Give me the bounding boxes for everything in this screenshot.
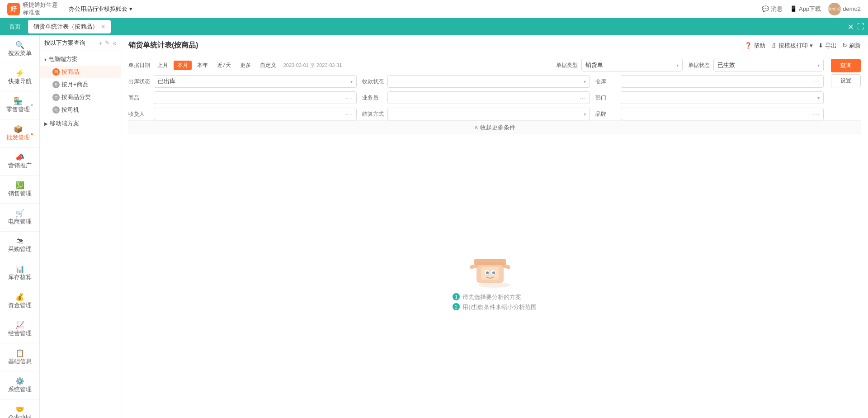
tab-home[interactable]: 首页 [4,20,26,33]
sidebar-item-inventory[interactable]: 📊 库存核算 [0,259,39,287]
tree-group-desktop-header[interactable]: ▾ 电脑端方案 [40,53,121,66]
tree-item-by-product-category[interactable]: 类 按商品分类 [40,91,121,104]
sidebar-item-wholesale[interactable]: 📦 批发管理 ▴ [0,119,39,147]
sidebar-item-quick-nav[interactable]: ⚡ 快捷导航 [0,63,39,91]
close-window-icon[interactable]: ✕ [848,23,854,31]
doc-type-select[interactable]: 销货单 ▾ [581,59,683,71]
filter-row-1: 单据日期 上月 本月 本年 近7天 更多 自定义 2023-03-01 至 20… [128,59,824,71]
maximize-window-icon[interactable]: ⛶ [857,23,864,31]
user-avatar[interactable]: demo2 demo2 [828,3,861,15]
filter-item-brand: 品牌 ··· [595,108,824,120]
sidebar-item-purchase[interactable]: 🛍 采购管理 [0,232,39,259]
brand-select[interactable]: ··· [621,108,824,120]
tree-item-by-cashier[interactable]: 司 按司机 [40,104,121,116]
filter-row-4: 收货人 ··· 结算方式 ▾ [128,108,824,120]
main-content: 销货单统计表(按商品) ❓ 帮助 🖨 按模板打印 ▾ ⬇ 导出 [121,35,868,418]
refresh-btn[interactable]: ↻ 刷新 [842,42,861,50]
print-btn[interactable]: 🖨 按模板打印 ▾ [771,42,813,50]
settings-button[interactable]: 设置 [831,74,861,87]
tree-item-by-month-product[interactable]: 月 按月+商品 [40,78,121,91]
logo-area: 好 畅捷通好生意 标准版 [7,1,58,17]
tree-item-by-product[interactable]: 商 按商品 [40,66,121,78]
sidebar-item-corp-coop[interactable]: 🤝 企业协同 [0,399,39,418]
tree-group-mobile-header[interactable]: ▶ 移动端方案 [40,117,121,130]
finance-icon: 💰 [0,293,39,301]
sidebar-item-system[interactable]: ⚙️ 系统管理 [0,371,39,399]
dept-dropdown-icon: ▾ [817,95,820,100]
print-dropdown-icon[interactable]: ▾ [810,42,813,49]
tab-report[interactable]: 销货单统计表（按商品） ✕ [28,20,111,33]
scheme-panel-header: 按以下方案查询 + ✎ « [40,35,121,51]
tree-group-desktop: ▾ 电脑端方案 商 按商品 月 按月+商品 类 按商品分类 [40,53,121,116]
search-icon: 🔍 [0,41,39,49]
export-btn[interactable]: ⬇ 导出 [818,42,837,50]
empty-state: 1 请先选择要分析的方案 2 用[过滤]条件来缩小分析范围 [121,139,868,418]
tab-close-icon[interactable]: ✕ [101,24,105,30]
collapse-btn[interactable]: ∧ 收起更多条件 [474,124,516,132]
sidebar-item-marketing[interactable]: 📣 营销推广 [0,147,39,176]
product-select[interactable]: ··· [154,91,357,104]
query-button[interactable]: 查询 [831,59,861,72]
logo-text: 畅捷通好生意 标准版 [23,1,58,17]
message-btn[interactable]: 💬 消息 [762,5,783,13]
sidebar-item-ecommerce[interactable]: 🛒 电商管理 [0,204,39,232]
tree-group-arrow-collapsed-icon: ▶ [44,121,48,126]
sidebar-item-retail[interactable]: 🏪 零售管理 ▾ [0,91,39,119]
payment-dropdown-icon: ▾ [584,112,586,117]
ecommerce-icon: 🛒 [0,209,39,218]
dept-select[interactable]: ▾ [621,91,824,104]
top-bar-right: 💬 消息 📱 App下载 demo2 demo2 [762,3,861,15]
filter-area: 单据日期 上月 本月 本年 近7天 更多 自定义 2023-03-01 至 20… [121,54,868,139]
sidebar-item-sales[interactable]: 💹 销售管理 [0,176,39,204]
date-pill-more[interactable]: 更多 [236,61,255,70]
page-title: 销货单统计表(按商品) [128,41,198,50]
sidebar-item-basic[interactable]: 📋 基础信息 [0,343,39,371]
help-icon: ❓ [745,42,752,49]
filter-item-date: 单据日期 上月 本月 本年 近7天 更多 自定义 2023-03-01 至 20… [128,61,551,70]
page-actions: ❓ 帮助 🖨 按模板打印 ▾ ⬇ 导出 ↻ 刷新 [745,42,861,50]
consignee-select[interactable]: ··· [154,108,357,120]
collapse-scheme-icon[interactable]: « [113,39,116,47]
filter-row-3: 商品 ··· 业务员 ··· [128,91,824,104]
workspace-selector[interactable]: 办公用品行业模拟账套 ▾ [69,5,132,13]
edit-scheme-icon[interactable]: ✎ [105,39,110,47]
tab-bar: 首页 销货单统计表（按商品） ✕ ✕ ⛶ [0,18,868,35]
help-btn[interactable]: ❓ 帮助 [745,42,765,50]
collapse-row: ∧ 收起更多条件 [128,120,861,134]
add-scheme-icon[interactable]: + [99,39,102,47]
doc-status-select[interactable]: 已生效 ▾ [713,59,824,71]
sidebar-item-search-menu[interactable]: 🔍 搜索菜单 [0,35,39,63]
filter-item-salesperson: 业务员 ··· [362,91,590,104]
sidebar-item-operations[interactable]: 📈 经营管理 [0,315,39,343]
date-pill-custom[interactable]: 自定义 [256,61,280,70]
warehouse-select[interactable]: ··· [621,75,824,88]
filter-item-payment: 结算方式 ▾ [362,108,590,120]
message-icon: 💬 [762,5,769,12]
marketing-icon: 📣 [0,153,39,162]
empty-text: 1 请先选择要分析的方案 2 用[过滤]条件来缩小分析范围 [453,293,536,313]
collect-status-select[interactable]: ▾ [387,75,590,88]
top-bar: 好 畅捷通好生意 标准版 办公用品行业模拟账套 ▾ 💬 消息 📱 App下载 d… [0,0,868,18]
date-pill-this-year[interactable]: 本年 [193,61,212,70]
salesperson-select[interactable]: ··· [387,91,590,104]
scheme-panel: 按以下方案查询 + ✎ « ▾ 电脑端方案 商 按商品 [40,35,121,418]
out-status-select[interactable]: 已出库 ▾ [154,75,357,88]
filter-item-dept: 部门 ▾ [595,91,824,104]
date-pill-this-month[interactable]: 本月 [174,61,192,70]
sales-icon: 💹 [0,181,39,190]
svg-point-0 [479,282,510,288]
app-download-btn[interactable]: 📱 App下载 [790,5,821,13]
retail-icon: 🏪 [6,97,30,105]
workspace-dropdown-icon[interactable]: ▾ [129,5,132,12]
date-pill-last-7days[interactable]: 近7天 [213,61,235,70]
out-status-dropdown-icon: ▾ [350,79,353,84]
date-pill-last-month[interactable]: 上月 [154,61,172,70]
print-icon: 🖨 [771,42,777,49]
query-buttons: 查询 设置 [831,59,861,87]
export-icon: ⬇ [818,42,823,49]
payment-select[interactable]: ▾ [387,108,590,120]
operations-icon: 📈 [0,321,39,329]
corp-coop-icon: 🤝 [0,405,39,413]
sidebar-item-finance[interactable]: 💰 资金管理 [0,287,39,315]
filter-item-product: 商品 ··· [128,91,357,104]
